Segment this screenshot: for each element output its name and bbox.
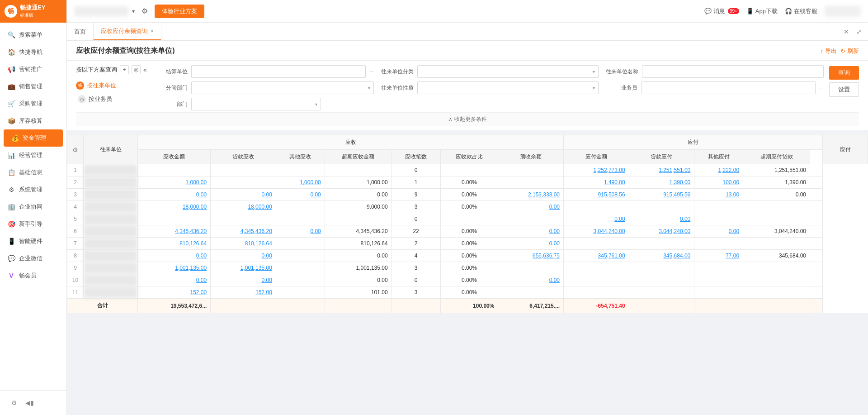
partner-category-select[interactable]: [417, 65, 599, 78]
sidebar-logo: 畅 畅捷通EY 标准版: [0, 0, 66, 23]
row-ap-amount[interactable]: 0.00: [564, 213, 629, 225]
row-ap-other[interactable]: 0.00: [694, 225, 743, 238]
sidebar-item-quick-nav[interactable]: 🏠 快捷导航: [0, 43, 66, 61]
row-ap-other[interactable]: 77.00: [694, 250, 743, 262]
collapse-left-icon[interactable]: «: [143, 66, 147, 73]
sidebar-item-system[interactable]: ⚙ 系统管理: [0, 181, 66, 198]
row-ar-loan[interactable]: 810,126.64: [211, 238, 276, 250]
table-gear-icon[interactable]: ⚙: [72, 146, 78, 153]
sidebar-item-guide[interactable]: 🎯 新手引导: [0, 215, 66, 233]
export-button[interactable]: ↑ 导出: [821, 47, 837, 55]
sidebar-item-inventory[interactable]: 📦 库存核算: [0, 112, 66, 129]
sidebar-item-purchase[interactable]: 🛒 采购管理: [0, 95, 66, 112]
row-ar-loan[interactable]: 1,001,135.00: [211, 262, 276, 274]
filter-option-salesperson[interactable]: ◷ 按业务员: [78, 95, 147, 103]
row-ap-loan[interactable]: 0.00: [629, 213, 694, 225]
customer-service-action[interactable]: 🎧 在线客服: [785, 7, 817, 15]
row-ar-amount[interactable]: 4,345,436.20: [138, 225, 211, 238]
user-info[interactable]: [825, 6, 861, 17]
tab-expand-btn[interactable]: ⤢: [854, 26, 864, 37]
row-ap-loan[interactable]: 1,251,551.00: [629, 164, 694, 176]
query-button[interactable]: 查询: [829, 66, 859, 80]
salesperson-input[interactable]: [641, 81, 816, 94]
app-download-action[interactable]: 📱 App下载: [746, 7, 778, 15]
row-ar-amount[interactable]: 0.00: [138, 274, 211, 286]
settlement-unit-more[interactable]: ···: [369, 68, 374, 75]
settlement-unit-input[interactable]: [191, 65, 366, 78]
sidebar-settings-btn[interactable]: ⚙: [7, 396, 21, 410]
row-ar-loan[interactable]: 4,345,436.20: [211, 225, 276, 238]
sidebar-item-member[interactable]: V 畅会员: [0, 267, 66, 284]
row-ap-other[interactable]: 1,222.00: [694, 164, 743, 176]
tab-close-window-btn[interactable]: ✕: [841, 26, 852, 37]
row-ap-loan[interactable]: 1,390.00: [629, 176, 694, 189]
row-ar-loan[interactable]: 18,000.00: [211, 201, 276, 213]
row-ar-loan: [211, 213, 276, 225]
partner-name-input[interactable]: [642, 65, 824, 78]
row-ar-advance[interactable]: 0.00: [498, 225, 564, 238]
tab-ar-ap[interactable]: 应收应付余额查询 ×: [94, 23, 161, 40]
sidebar-item-wechat[interactable]: 💬 企业微信: [0, 250, 66, 267]
settings-button[interactable]: 设置: [829, 82, 859, 97]
row-ar-amount[interactable]: 0.00: [138, 189, 211, 201]
sidebar-item-smart-hw[interactable]: 📱 智能硬件: [0, 233, 66, 250]
add-query-btn[interactable]: +: [120, 65, 129, 74]
row-ap-loan[interactable]: 345,684.00: [629, 250, 694, 262]
footer-ap-extra: [810, 299, 823, 313]
tab-home[interactable]: 首页: [67, 23, 94, 40]
row-ap-amount[interactable]: 915,508.56: [564, 189, 629, 201]
sidebar-item-marketing[interactable]: 📢 营销推广: [0, 61, 66, 78]
sidebar-collapse-btn[interactable]: ◀▮: [23, 396, 36, 410]
row-ar-advance[interactable]: 2,153,333.00: [498, 189, 564, 201]
row-ap-amount[interactable]: 1,252,773.00: [564, 164, 629, 176]
row-ar-amount[interactable]: 1,000.00: [138, 176, 211, 189]
salesperson-more[interactable]: ···: [819, 85, 824, 91]
row-ar-other[interactable]: 1,000.00: [276, 176, 325, 189]
tab-close-icon[interactable]: ×: [151, 28, 154, 34]
footer-ap-other: [694, 299, 743, 313]
promo-button[interactable]: 体验行业方案: [155, 5, 204, 18]
breadcrumb-dropdown[interactable]: ▾: [132, 8, 135, 14]
query-settings-icon[interactable]: ◎: [132, 65, 141, 74]
row-ap-other[interactable]: 13.00: [694, 189, 743, 201]
row-ar-advance[interactable]: 0.00: [498, 274, 564, 286]
row-ap-extra: [810, 238, 823, 250]
sidebar-item-finance[interactable]: 💰 资金管理: [4, 129, 63, 147]
table-scroll[interactable]: ⚙ 往来单位 应收 应付: [67, 135, 868, 313]
collapse-row[interactable]: ∧ 收起更多条件: [76, 112, 859, 126]
row-ar-other[interactable]: 0.00: [276, 225, 325, 238]
row-ap-other[interactable]: 100.00: [694, 176, 743, 189]
partner-nature-select[interactable]: [417, 81, 599, 94]
row-ap-amount[interactable]: 3,044,240.00: [564, 225, 629, 238]
sidebar-item-sales[interactable]: 💼 销售管理: [0, 78, 66, 95]
sidebar-item-search-menu[interactable]: 🔍 搜索菜单: [0, 26, 66, 43]
th-ar-overdue: 超期应收金额: [325, 150, 392, 164]
row-ap-loan[interactable]: 915,495.56: [629, 189, 694, 201]
sidebar-item-enterprise[interactable]: 🏢 企业协同: [0, 198, 66, 215]
row-ar-loan[interactable]: 0.00: [211, 189, 276, 201]
refresh-button[interactable]: ↻ 刷新: [840, 47, 859, 55]
row-ar-amount[interactable]: 0.00: [138, 250, 211, 262]
row-ar-other[interactable]: 0.00: [276, 189, 325, 201]
row-ap-loan[interactable]: 3,044,240.00: [629, 225, 694, 238]
row-ar-loan[interactable]: 0.00: [211, 274, 276, 286]
row-ar-loan[interactable]: 152.00: [211, 286, 276, 299]
row-ar-advance[interactable]: 655,636.75: [498, 250, 564, 262]
row-ar-amount[interactable]: 152.00: [138, 286, 211, 299]
row-ar-amount[interactable]: 1,001,135.00: [138, 262, 211, 274]
sidebar-item-operations[interactable]: 📊 经营管理: [0, 147, 66, 164]
row-ar-loan[interactable]: 0.00: [211, 250, 276, 262]
sidebar-item-basic-info[interactable]: 📋 基础信息: [0, 164, 66, 181]
notification-action[interactable]: 💬 消息 99+: [704, 7, 739, 15]
row-ar-amount[interactable]: 810,126.64: [138, 238, 211, 250]
filter-option-partner[interactable]: 畅 按往来单位: [76, 81, 147, 90]
managed-dept-select[interactable]: [191, 81, 374, 94]
row-ar-advance[interactable]: 0.00: [498, 201, 564, 213]
row-ap-extra: [810, 164, 823, 176]
row-ar-amount[interactable]: 18,000.00: [138, 201, 211, 213]
row-ap-amount[interactable]: 345,761.00: [564, 250, 629, 262]
settings-gear-icon[interactable]: ⚙: [138, 5, 151, 18]
row-ar-advance[interactable]: 0.00: [498, 238, 564, 250]
row-ap-amount[interactable]: 1,490.00: [564, 176, 629, 189]
dept-select[interactable]: [191, 98, 321, 110]
